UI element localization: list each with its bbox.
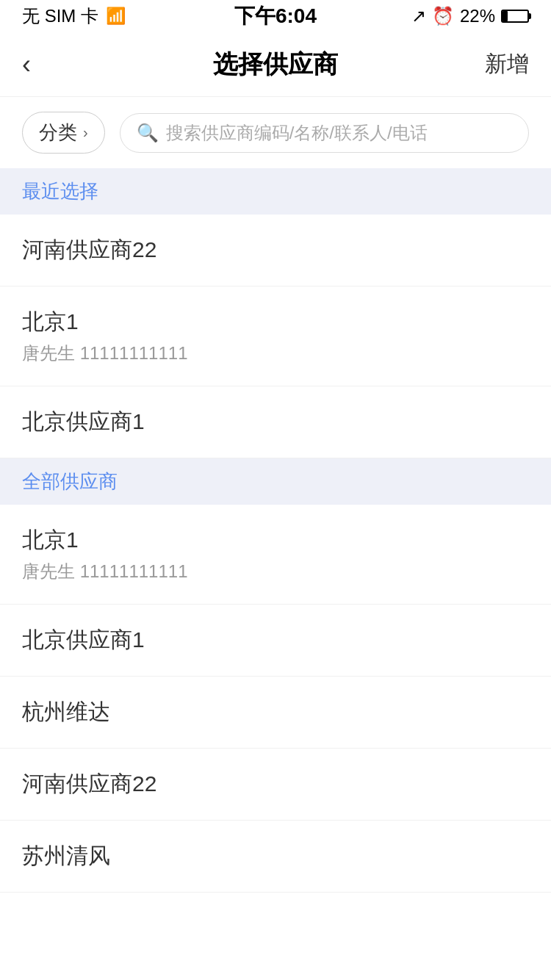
supplier-name: 河南供应商22: [22, 769, 529, 799]
status-time: 下午6:04: [234, 2, 317, 30]
list-item[interactable]: 苏州清风: [0, 821, 551, 893]
supplier-name: 北京供应商1: [22, 407, 529, 437]
search-placeholder: 搜索供应商编码/名称/联系人/电话: [166, 121, 428, 145]
list-item[interactable]: 河南供应商22: [0, 749, 551, 821]
chevron-right-icon: ›: [83, 124, 88, 141]
section-header-text-recent: 最近选择: [22, 180, 98, 202]
supplier-list: 最近选择河南供应商22北京1唐先生 11111111111北京供应商1全部供应商…: [0, 168, 551, 893]
list-item[interactable]: 河南供应商22: [0, 215, 551, 287]
battery-icon: [501, 10, 529, 23]
list-item[interactable]: 北京1唐先生 11111111111: [0, 287, 551, 386]
section-header-all: 全部供应商: [0, 458, 551, 505]
supplier-name: 北京1: [22, 525, 529, 555]
status-right: ↗ ⏰ 22%: [411, 6, 529, 26]
list-item[interactable]: 杭州维达: [0, 677, 551, 749]
section-header-text-all: 全部供应商: [22, 470, 118, 492]
category-label: 分类: [39, 120, 77, 145]
alarm-icon: ⏰: [432, 6, 454, 26]
add-button[interactable]: 新增: [485, 49, 529, 79]
status-left: 无 SIM 卡 📶: [22, 4, 126, 28]
status-bar: 无 SIM 卡 📶 下午6:04 ↗ ⏰ 22%: [0, 0, 551, 32]
category-button[interactable]: 分类 ›: [22, 112, 105, 154]
supplier-name: 杭州维达: [22, 697, 529, 727]
wifi-icon: 📶: [106, 7, 126, 26]
back-button[interactable]: ‹: [22, 49, 66, 80]
nav-bar: ‹ 选择供应商 新增: [0, 32, 551, 97]
list-item[interactable]: 北京供应商1: [0, 605, 551, 677]
section-header-recent: 最近选择: [0, 168, 551, 215]
supplier-contact: 唐先生 11111111111: [22, 342, 529, 365]
supplier-name: 北京供应商1: [22, 625, 529, 655]
search-input-wrapper[interactable]: 🔍 搜索供应商编码/名称/联系人/电话: [120, 113, 529, 153]
list-item[interactable]: 北京1唐先生 11111111111: [0, 505, 551, 605]
supplier-name: 北京1: [22, 307, 529, 337]
location-icon: ↗: [411, 6, 426, 26]
supplier-name: 苏州清风: [22, 841, 529, 871]
page-title: 选择供应商: [213, 48, 338, 82]
battery-percentage: 22%: [460, 6, 495, 26]
search-icon: 🔍: [137, 123, 159, 143]
list-item[interactable]: 北京供应商1: [0, 386, 551, 458]
supplier-name: 河南供应商22: [22, 235, 529, 265]
sim-label: 无 SIM 卡: [22, 4, 98, 28]
supplier-contact: 唐先生 11111111111: [22, 560, 529, 583]
search-bar: 分类 › 🔍 搜索供应商编码/名称/联系人/电话: [0, 97, 551, 168]
